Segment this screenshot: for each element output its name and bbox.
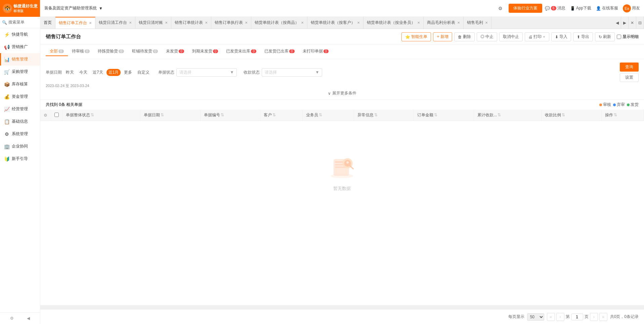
select-all-checkbox[interactable] — [54, 113, 59, 117]
tab-close-icon[interactable]: ✕ — [129, 21, 132, 25]
next-page-btn[interactable]: › — [590, 313, 598, 321]
sub-tab-delivered-out[interactable]: 已发货已出库0 — [260, 47, 299, 56]
last-page-btn[interactable]: » — [599, 313, 607, 321]
sidebar-item-inventory[interactable]: 📦库存核算 — [0, 78, 40, 90]
date-btn-last1m[interactable]: 近1月 — [106, 69, 121, 76]
sub-tab-wangpu-delivery[interactable]: 旺铺待发货0 — [128, 47, 162, 56]
sidebar-item-finance[interactable]: 💰资金管理 — [0, 90, 40, 103]
sidebar-item-system[interactable]: ⚙系统管理 — [0, 128, 40, 140]
tab-close-icon[interactable]: ✕ — [301, 21, 304, 25]
tab-profit-analysis[interactable]: 商品毛利分析表✕ — [424, 17, 464, 29]
date-btn-custom[interactable]: 自定义 — [135, 69, 152, 76]
tab-home[interactable]: 首页 — [40, 17, 55, 29]
payment-select[interactable]: 请选择 ▼ — [262, 68, 322, 77]
sort-icon-status[interactable]: ⇅ — [91, 113, 94, 117]
tab-close-icon[interactable]: ✕ — [89, 21, 92, 25]
tab-close-icon[interactable]: ✕ — [245, 21, 248, 25]
tab-sales-execute[interactable]: 销售订单执行表✕ — [211, 17, 251, 29]
sub-tab-unprinted[interactable]: 未打印单据0 — [299, 47, 333, 56]
print-button[interactable]: 🖨 打印 ▼ — [525, 32, 549, 41]
sidebar-item-sales[interactable]: 📊销售管理 — [0, 53, 40, 66]
sort-icon-operation[interactable]: ⇅ — [614, 113, 617, 117]
tab-close-icon[interactable]: ✕ — [485, 21, 488, 25]
tab-close-icon[interactable]: ✕ — [357, 21, 360, 25]
tab-close-icon[interactable]: ✕ — [165, 21, 168, 25]
import-button[interactable]: ⬇ 导入 — [551, 32, 571, 41]
page-input[interactable] — [571, 314, 583, 320]
sidebar-item-basic[interactable]: 📋基础信息 — [0, 115, 40, 128]
tab-sales-by-customer[interactable]: 销货单统计表（按客户）✕ — [307, 17, 363, 29]
sort-icon-date[interactable]: ⇅ — [161, 113, 164, 117]
horizontal-scrollbar[interactable] — [40, 305, 644, 309]
sub-tab-overdue-delivery[interactable]: 到期未发货0 — [188, 47, 222, 56]
message-action[interactable]: 💬 6 消息 — [545, 5, 565, 11]
tab-cash-daily[interactable]: 钱货日清工作台✕ — [95, 17, 135, 29]
user-action[interactable]: Ea 用友 — [623, 4, 640, 12]
date-btn-yesterday[interactable]: 昨天 — [64, 69, 76, 76]
stop-button[interactable]: ◎ 中止 — [477, 32, 497, 41]
tab-next-btn[interactable]: ▶ — [621, 17, 629, 29]
delete-button[interactable]: 🗑 删除 — [454, 32, 475, 41]
settings-icon[interactable]: ⚙ — [10, 316, 14, 321]
sub-tab-all[interactable]: 全部0 — [46, 47, 68, 56]
filter-settings-button[interactable]: 设置 — [620, 73, 639, 82]
prev-page-btn[interactable]: ‹ — [556, 313, 564, 321]
tab-sales-workbench[interactable]: 销售订单工作台✕ — [55, 17, 95, 29]
smart-create-button[interactable]: ⭐ 智能生单 — [401, 32, 431, 41]
summary-action-review[interactable]: 审核 — [599, 102, 611, 108]
sidebar-item-guide[interactable]: 🔰新手引导 — [0, 153, 40, 165]
date-btn-more[interactable]: 更多 — [122, 69, 134, 76]
app-download-action[interactable]: 📱 App下载 — [570, 5, 591, 11]
sort-icon-customer[interactable]: ⇅ — [272, 113, 276, 117]
tab-close-icon[interactable]: ✕ — [457, 21, 460, 25]
sort-icon-amount[interactable]: ⇅ — [434, 113, 437, 117]
sidebar-item-marketing[interactable]: 📢营销推广 — [0, 41, 40, 53]
industry-solution-button[interactable]: 体验行业方案 — [509, 4, 542, 13]
tab-sales-profit[interactable]: 销售毛利✕ — [464, 17, 491, 29]
collapse-icon[interactable]: ◀ — [27, 316, 30, 321]
sidebar-item-quick-nav[interactable]: ⚡快捷导航 — [0, 28, 40, 41]
sort-icon-abnormal[interactable]: ⇅ — [374, 113, 378, 117]
online-service-action[interactable]: 👤 在线客服 — [596, 5, 618, 11]
refresh-button[interactable]: ↻ 刷新 — [595, 32, 615, 41]
tab-close-icon[interactable]: ✕ — [417, 21, 420, 25]
sort-icon-ratio[interactable]: ⇅ — [562, 113, 565, 117]
sub-tab-delivered-not-out[interactable]: 已发货未出库0 — [222, 47, 260, 56]
sub-tab-pending-review[interactable]: 待审核0 — [68, 47, 94, 56]
show-detail-checkbox[interactable] — [617, 35, 621, 39]
tab-cash-reconcile[interactable]: 钱货日清对账✕ — [135, 17, 171, 29]
summary-action-cancel-review[interactable]: 弃审 — [613, 102, 625, 108]
sidebar-search[interactable]: 🔍 搜索菜单 — [0, 17, 40, 28]
settings-btn[interactable]: ⚙ — [495, 4, 506, 12]
summary-action-deliver[interactable]: 发货 — [627, 102, 639, 108]
date-btn-last7[interactable]: 近7天 — [91, 69, 105, 76]
export-button[interactable]: ⬆ 导出 — [573, 32, 593, 41]
select-all-header[interactable] — [51, 110, 62, 121]
tab-close-icon[interactable]: ✕ — [205, 21, 208, 25]
sidebar-item-enterprise[interactable]: 🏢企业协同 — [0, 140, 40, 153]
tab-expand-btn[interactable]: ⊟ — [636, 17, 644, 29]
expand-more-btn[interactable]: ∨ 展开更多条件 — [46, 90, 639, 96]
tab-sales-by-staff[interactable]: 销货单统计表（按业务员）✕ — [363, 17, 424, 29]
tab-sales-by-product[interactable]: 销货单统计表（按商品）✕ — [251, 17, 307, 29]
show-detail-label[interactable]: 显示明细 — [617, 34, 639, 40]
dropdown-arrow-icon[interactable]: ▼ — [99, 6, 103, 11]
sort-icon-number[interactable]: ⇅ — [221, 113, 224, 117]
sub-tab-undelivered[interactable]: 未发货0 — [162, 47, 188, 56]
per-page-select[interactable]: 10 20 50 100 — [527, 313, 544, 321]
add-button[interactable]: + 新增 — [433, 32, 452, 41]
sidebar-item-purchase[interactable]: 🛒采购管理 — [0, 66, 40, 78]
tab-close-all-btn[interactable]: ✕ — [629, 17, 636, 29]
column-settings[interactable]: ⚙ — [40, 110, 51, 121]
sort-icon-collected[interactable]: ⇅ — [498, 113, 501, 117]
first-page-btn[interactable]: « — [547, 313, 555, 321]
sort-icon-staff[interactable]: ⇅ — [319, 113, 322, 117]
query-button[interactable]: 查询 — [620, 63, 639, 72]
sub-tab-pending-check[interactable]: 待拣货验货0 — [94, 47, 128, 56]
tab-prev-btn[interactable]: ◀ — [614, 17, 621, 29]
date-btn-today[interactable]: 今天 — [77, 69, 89, 76]
cancel-stop-button[interactable]: 取消中止 — [499, 32, 523, 41]
status-select[interactable]: 请选择 ▼ — [176, 68, 237, 77]
tab-sales-stats[interactable]: 销售订单统计表✕ — [171, 17, 211, 29]
sidebar-item-operations[interactable]: 📈经营管理 — [0, 103, 40, 115]
